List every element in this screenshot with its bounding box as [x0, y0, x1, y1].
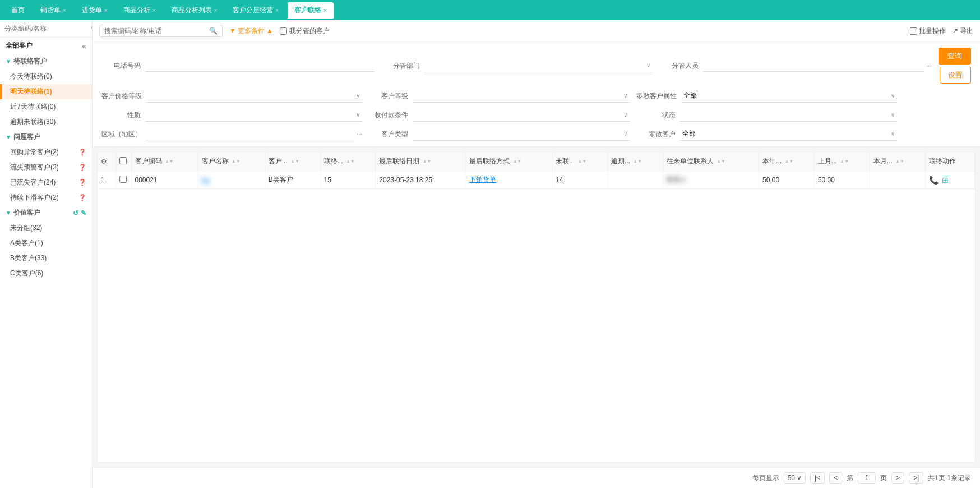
- help-icon-2[interactable]: ❓: [78, 164, 86, 171]
- sort-type-icon[interactable]: ▲▼: [290, 159, 299, 164]
- sidebar-item-overdue[interactable]: 逾期未联络(30): [0, 114, 92, 130]
- sort-contact-person-icon[interactable]: ▲▼: [716, 159, 725, 164]
- cell-last-contact-method[interactable]: 下销货单: [466, 171, 552, 189]
- sidebar-item-c-class[interactable]: C类客户(6): [0, 266, 92, 281]
- nav-purchase[interactable]: 进货单 ×: [75, 2, 114, 19]
- sidebar-item-today[interactable]: 今天待联络(0): [0, 69, 92, 84]
- select-all-checkbox[interactable]: [119, 157, 127, 164]
- edit-icon[interactable]: ✎: [81, 209, 86, 217]
- sort-no-contact-icon[interactable]: ▲▼: [578, 159, 587, 164]
- cell-checkbox[interactable]: [115, 171, 131, 189]
- sort-method-icon[interactable]: ▲▼: [513, 159, 522, 164]
- sidebar-item-tomorrow[interactable]: 明天待联络(1): [0, 84, 92, 99]
- filter-retail-customer-select[interactable]: 全部 ∨: [680, 127, 897, 141]
- action-grid-icon[interactable]: ⊞: [942, 176, 949, 185]
- sidebar-item-ungrouped[interactable]: 未分组(32): [0, 220, 92, 236]
- filter-region-input[interactable]: [146, 128, 354, 140]
- sidebar-item-churned[interactable]: 已流失客户(24) ❓: [0, 175, 92, 190]
- page-size-chevron: ∨: [797, 474, 802, 482]
- prev-page-btn[interactable]: <: [829, 472, 842, 484]
- sort-last-month-icon[interactable]: ▲▼: [840, 159, 849, 164]
- more-conditions-btn[interactable]: ▼ 更多条件 ▲: [229, 26, 273, 36]
- search-icon-btn[interactable]: 🔍: [209, 27, 218, 35]
- nav-sales-close[interactable]: ×: [63, 7, 66, 13]
- my-customers-checkbox[interactable]: [280, 27, 287, 35]
- help-icon-3[interactable]: ❓: [78, 179, 86, 186]
- nav-customer-tier-close[interactable]: ×: [275, 7, 279, 13]
- contact-method-link[interactable]: 下销货单: [469, 176, 496, 183]
- nav-home[interactable]: 首页: [4, 2, 31, 19]
- help-icon-4[interactable]: ❓: [78, 194, 86, 201]
- filter-person-input[interactable]: [703, 60, 924, 72]
- filter-payment-select[interactable]: ∨: [413, 108, 630, 122]
- arrow-icon-3: ▼: [6, 210, 11, 216]
- sidebar-search-input[interactable]: [4, 25, 89, 33]
- sidebar-item-a-class[interactable]: A类客户(1): [0, 236, 92, 251]
- filter-row-2: 客户价格等级 ∨ 客户等级 ∨ 零散客户属性 全部: [101, 89, 971, 103]
- sort-this-year-icon[interactable]: ▲▼: [784, 159, 793, 164]
- nav-customer-tier[interactable]: 客户分层经营 ×: [226, 2, 285, 19]
- sidebar-item-b-class[interactable]: B类客户(33): [0, 251, 92, 266]
- next-page-btn[interactable]: >: [891, 472, 904, 484]
- nav-product-analysis-list[interactable]: 商品分析列表 ×: [165, 2, 224, 19]
- cell-contact-person: 联系人: [663, 171, 759, 189]
- nav-purchase-close[interactable]: ×: [104, 7, 108, 13]
- sidebar-item-repurchase-anomaly[interactable]: 回购异常客户(2) ❓: [0, 145, 92, 160]
- value-group-icons: ↺ ✎: [73, 209, 86, 217]
- cell-name[interactable]: Ea: [198, 171, 265, 189]
- page-size-select[interactable]: 50 ∨: [784, 472, 806, 484]
- customer-name-link[interactable]: Ea: [202, 176, 210, 184]
- filter-region-label: 区域（地区）: [101, 130, 142, 139]
- sort-name-icon[interactable]: ▲▼: [232, 159, 241, 164]
- last-page-btn[interactable]: >|: [909, 472, 923, 484]
- sidebar-group-pending-label: 待联络客户: [13, 57, 47, 66]
- nav-customer-contact-close[interactable]: ×: [323, 7, 327, 13]
- filter-customer-grade-select[interactable]: ∨: [413, 89, 630, 103]
- search-input[interactable]: [104, 27, 207, 35]
- help-icon-1[interactable]: ❓: [78, 149, 86, 156]
- filter-dept-select[interactable]: ∨: [424, 59, 653, 72]
- nav-sales[interactable]: 销货单 ×: [34, 2, 73, 19]
- filter-person-dots[interactable]: ···: [926, 62, 932, 70]
- sidebar-item-declining[interactable]: 持续下滑客户(2) ❓: [0, 190, 92, 205]
- filter-status-select[interactable]: ∨: [680, 108, 897, 122]
- nav-customer-contact[interactable]: 客户联络 ×: [288, 2, 334, 19]
- cell-this-month: [870, 171, 925, 189]
- filter-region-dots[interactable]: ···: [357, 130, 362, 138]
- nav-product-analysis[interactable]: 商品分析 ×: [117, 2, 163, 19]
- filter-retail-attr: 零散客户属性 全部 ∨: [636, 89, 897, 103]
- filter-phone-input[interactable]: [145, 60, 374, 72]
- filter-price-grade-select[interactable]: ∨: [146, 89, 362, 103]
- page-input[interactable]: [858, 472, 876, 484]
- sort-this-month-icon[interactable]: ▲▼: [895, 159, 904, 164]
- sidebar-all-customers[interactable]: 全部客户 «: [0, 38, 92, 54]
- cell-last-month: 50.00: [814, 171, 870, 189]
- filter-retail-attr-select[interactable]: 全部 ∨: [681, 89, 897, 103]
- row-checkbox[interactable]: [119, 176, 127, 183]
- settings-button[interactable]: 设置: [940, 67, 971, 84]
- nav-product-analysis-close[interactable]: ×: [152, 7, 156, 13]
- query-button[interactable]: 查询: [939, 48, 971, 65]
- sidebar-group-pending-contact[interactable]: ▼ 待联络客户: [0, 54, 92, 69]
- sidebar-item-churn-warning[interactable]: 流失预警客户(3) ❓: [0, 160, 92, 175]
- sidebar-group-problem[interactable]: ▼ 问题客户: [0, 130, 92, 145]
- nav-product-analysis-list-close[interactable]: ×: [214, 7, 218, 13]
- sort-contact-count-icon[interactable]: ▲▼: [346, 159, 355, 164]
- sidebar-item-7days[interactable]: 近7天待联络(0): [0, 99, 92, 114]
- col-checkbox[interactable]: [115, 152, 131, 171]
- export-btn[interactable]: ↗ 导出: [953, 26, 973, 36]
- col-settings[interactable]: ⚙: [98, 152, 115, 171]
- first-page-btn[interactable]: |<: [810, 472, 825, 484]
- sort-overdue-icon[interactable]: ▲▼: [633, 159, 642, 164]
- sort-code-icon[interactable]: ▲▼: [165, 159, 174, 164]
- bulk-op-btn[interactable]: 批量操作: [910, 26, 946, 36]
- refresh-icon[interactable]: ↺: [73, 209, 78, 217]
- action-phone-icon[interactable]: 📞: [929, 176, 939, 185]
- cell-type: B类客户: [265, 171, 320, 189]
- filter-customer-type-select[interactable]: ∨: [413, 127, 630, 141]
- export-label: 导出: [960, 26, 973, 36]
- filter-nature-select[interactable]: ∨: [145, 108, 362, 122]
- pagination-bar: 每页显示 50 ∨ |< < 第 页 > >| 共1页 1条记录: [93, 467, 980, 488]
- bulk-op-checkbox[interactable]: [910, 27, 917, 35]
- sort-date-icon[interactable]: ▲▼: [423, 159, 432, 164]
